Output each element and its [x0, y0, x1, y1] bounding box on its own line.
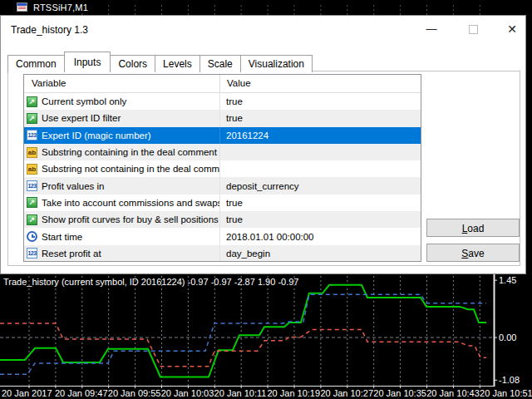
- bool-type-icon: ↗: [27, 96, 37, 107]
- profit-curves-plot: 1.450.00-1.0820 Jan 201720 Jan 09:4720 J…: [0, 274, 532, 399]
- chart-window-title: RTSSiH7,M1: [33, 2, 88, 12]
- variable-cell: 123Profit values in: [24, 177, 220, 194]
- svg-text:1.45: 1.45: [499, 275, 516, 285]
- variable-label: Take into account commissions and swaps: [42, 198, 220, 208]
- svg-text:20 Jan 10:35: 20 Jan 10:35: [373, 388, 426, 398]
- string-type-icon: ab: [27, 164, 37, 175]
- tab-scale[interactable]: Scale: [200, 55, 241, 72]
- value-cell[interactable]: deposit_currency: [220, 181, 421, 191]
- value-cell[interactable]: true: [220, 96, 421, 106]
- value-cell[interactable]: true: [220, 214, 421, 224]
- value-column-header: Value: [220, 75, 421, 92]
- table-row[interactable]: abSubstring containing in the deal comme…: [24, 144, 421, 160]
- svg-text:20 Jan 09:55: 20 Jan 09:55: [108, 388, 161, 398]
- maximize-icon: [469, 25, 478, 34]
- datetime-type-icon: [27, 231, 37, 242]
- svg-text:20 Jan 10:27: 20 Jan 10:27: [320, 388, 373, 398]
- int-type-icon: 123: [27, 130, 37, 140]
- variable-cell: abSubstring containing in the deal comme…: [24, 144, 220, 160]
- table-row[interactable]: ↗Use expert ID filtertrue: [24, 110, 421, 126]
- bool-type-icon: ↗: [27, 214, 37, 225]
- bool-type-icon: ↗: [27, 113, 37, 124]
- value-cell[interactable]: 20161224: [220, 131, 421, 140]
- tab-bar: CommonInputsColorsLevelsScaleVisualizati…: [7, 51, 312, 71]
- variable-label: Expert ID (magic number): [42, 131, 151, 140]
- variable-label: Start time: [42, 232, 82, 242]
- variable-cell: ↗Take into account commissions and swaps: [24, 195, 220, 211]
- svg-text:20 Jan 10:11: 20 Jan 10:11: [214, 388, 267, 398]
- table-row[interactable]: ↗Show profit curves for buy & sell posit…: [24, 211, 421, 228]
- table-row[interactable]: Start time2018.01.01 00:00:00: [24, 228, 421, 244]
- tab-levels[interactable]: Levels: [155, 55, 200, 72]
- minimize-button[interactable]: —: [418, 19, 445, 39]
- int-type-icon: 123: [27, 180, 37, 191]
- value-cell[interactable]: true: [220, 198, 421, 208]
- string-type-icon: ab: [27, 147, 37, 158]
- save-button[interactable]: Save: [426, 244, 520, 262]
- tab-colors[interactable]: Colors: [110, 55, 155, 72]
- indicator-properties-dialog: Trade_history 1.3 — ✕ CommonInputsColors…: [0, 15, 526, 274]
- tab-inputs[interactable]: Inputs: [64, 52, 111, 71]
- svg-text:20 Jan 10:51: 20 Jan 10:51: [480, 388, 532, 398]
- tab-visualization[interactable]: Visualization: [240, 55, 313, 72]
- variable-label: Reset profit at: [42, 249, 101, 259]
- svg-text:Trade_history (current symbol,: Trade_history (current symbol, ID 201612…: [3, 277, 298, 287]
- value-cell[interactable]: 2018.01.01 00:00:00: [220, 232, 421, 242]
- svg-text:20 Jan 10:19: 20 Jan 10:19: [268, 388, 321, 398]
- variable-cell: 123Reset profit at: [24, 245, 220, 262]
- dialog-title: Trade_history 1.3: [11, 24, 88, 36]
- tab-common[interactable]: Common: [7, 55, 65, 72]
- variable-label: Substring containing in the deal comment: [42, 147, 217, 157]
- value-cell[interactable]: true: [220, 113, 421, 123]
- svg-text:20 Jan 10:43: 20 Jan 10:43: [426, 388, 480, 398]
- variable-label: Current symbol only: [42, 96, 126, 106]
- svg-text:-1.08: -1.08: [499, 375, 520, 385]
- indicator-subwindow-chart: 1.450.00-1.0820 Jan 201720 Jan 09:4720 J…: [0, 274, 532, 399]
- table-row[interactable]: 123Profit values indeposit_currency: [24, 177, 421, 194]
- svg-text:20 Jan 10:03: 20 Jan 10:03: [161, 388, 214, 398]
- int-type-icon: 123: [27, 248, 37, 259]
- variable-label: Show profit curves for buy & sell positi…: [42, 214, 219, 224]
- chart-window-titlebar: RTSSiH7,M1: [0, 0, 532, 15]
- variable-cell: ↗Current symbol only: [24, 93, 220, 110]
- svg-text:0.00: 0.00: [499, 332, 516, 342]
- variable-cell: Start time: [24, 228, 220, 244]
- table-row[interactable]: abSubstring not containing in the deal c…: [24, 160, 421, 177]
- svg-text:20 Jan 09:47: 20 Jan 09:47: [55, 388, 108, 398]
- variable-label: Substring not containing in the deal com…: [42, 164, 220, 174]
- svg-text:20 Jan 2017: 20 Jan 2017: [2, 388, 52, 398]
- load-button[interactable]: Load: [426, 219, 520, 237]
- inputs-table: Variable Value ↗Current symbol onlytrue↗…: [23, 74, 421, 262]
- variable-label: Profit values in: [42, 181, 104, 191]
- variable-cell: ↗Use expert ID filter: [24, 110, 220, 126]
- maximize-button[interactable]: [460, 19, 486, 39]
- table-row[interactable]: 123Reset profit atday_begin: [24, 245, 421, 262]
- table-row[interactable]: 123Expert ID (magic number)20161224: [24, 127, 421, 144]
- close-button[interactable]: ✕: [499, 19, 525, 39]
- table-header: Variable Value: [24, 75, 421, 93]
- variable-cell: abSubstring not containing in the deal c…: [24, 160, 220, 177]
- value-cell[interactable]: day_begin: [220, 249, 421, 259]
- variable-column-header: Variable: [24, 75, 220, 92]
- bool-type-icon: ↗: [27, 197, 37, 208]
- variable-cell: 123Expert ID (magic number): [24, 127, 220, 144]
- table-row[interactable]: ↗Take into account commissions and swaps…: [24, 195, 421, 211]
- table-row[interactable]: ↗Current symbol onlytrue: [24, 93, 421, 110]
- variable-cell: ↗Show profit curves for buy & sell posit…: [24, 211, 220, 228]
- chart-window-icon: [17, 2, 27, 12]
- variable-label: Use expert ID filter: [42, 113, 121, 123]
